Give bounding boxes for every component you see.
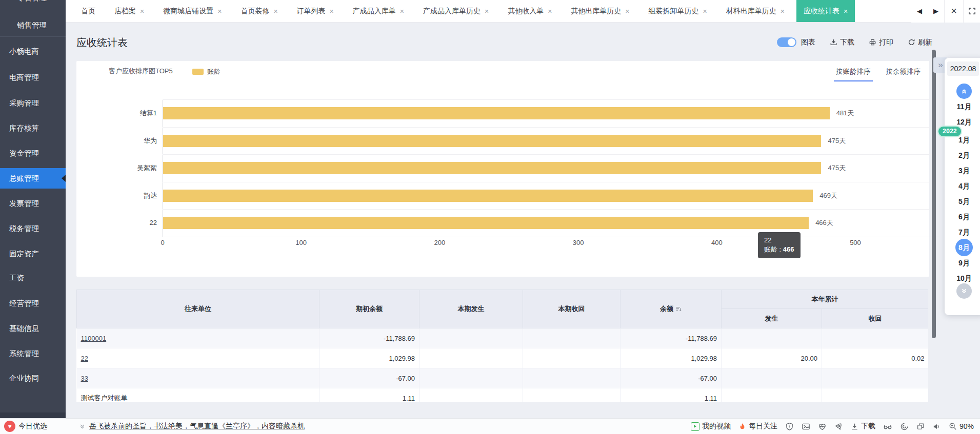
windows-restore-icon[interactable]: [916, 422, 925, 430]
tab-6[interactable]: 产成品入库单×: [346, 0, 411, 22]
speaker-icon[interactable]: [932, 422, 941, 431]
tab-12[interactable]: 应收统计表×: [796, 0, 855, 22]
x-axis-tick: 300: [563, 239, 594, 246]
tab-close-icon[interactable]: ×: [217, 7, 222, 15]
partner-link[interactable]: 1100001: [81, 335, 107, 342]
tab-4[interactable]: 首页装修×: [233, 0, 285, 22]
col-header-year-recovered: 收回: [822, 309, 929, 328]
tab-scroll-left-icon[interactable]: ◀: [911, 0, 928, 23]
tray-download-button[interactable]: 下载: [851, 422, 875, 431]
print-button[interactable]: 打印: [869, 38, 893, 47]
sidebar-item-14[interactable]: 系统管理: [0, 343, 66, 364]
sidebar-item-partial[interactable]: 零售管理: [0, 0, 66, 8]
partner-link[interactable]: 22: [81, 355, 88, 362]
sidebar-item-15[interactable]: 企业协同: [0, 368, 66, 388]
month-item-2月[interactable]: 2月: [945, 148, 980, 163]
months-scroll-up-icon[interactable]: [956, 84, 972, 99]
partner-link[interactable]: 33: [81, 375, 88, 382]
chevron-double-down-icon[interactable]: [79, 423, 86, 430]
sidebar-item-7[interactable]: 总账管理: [0, 168, 66, 189]
shield-icon[interactable]: [785, 422, 794, 431]
close-all-tabs-icon[interactable]: ×: [944, 0, 963, 23]
news-headline-link[interactable]: 岳飞被杀前的圣旨，书法绝美，气息直逼《兰亭序》，内容暗藏杀机: [89, 422, 305, 431]
tab-close-icon[interactable]: ×: [400, 7, 404, 15]
sidebar-item-9[interactable]: 税务管理: [0, 218, 66, 239]
month-item-3月[interactable]: 3月: [945, 163, 980, 178]
tab-close-icon[interactable]: ×: [703, 7, 707, 15]
months-scroll-down-icon[interactable]: [956, 283, 972, 299]
col-header-incurred: 本期发生: [419, 290, 523, 328]
chart-toggle[interactable]: [777, 37, 796, 47]
month-item-11月[interactable]: 11月: [945, 99, 980, 114]
fullscreen-icon[interactable]: [963, 0, 980, 23]
tab-close-icon[interactable]: ×: [485, 7, 489, 15]
tab-7[interactable]: 产成品入库单历史×: [416, 0, 496, 22]
tab-1[interactable]: 首页: [74, 0, 103, 22]
chart-title: 客户应收排序图TOP5: [109, 67, 173, 76]
vertical-scrollbar[interactable]: [932, 50, 936, 338]
sort-by-age-tab[interactable]: 按账龄排序: [834, 65, 873, 81]
sidebar-item-1[interactable]: 销售管理: [0, 15, 66, 35]
bar-韵达[interactable]: [163, 190, 813, 202]
month-item-7月[interactable]: 7月: [945, 224, 980, 240]
month-item-6月[interactable]: 6月: [945, 209, 980, 224]
sort-by-balance-tab[interactable]: 按余额排序: [884, 65, 923, 81]
month-item-8月[interactable]: 8月: [955, 239, 973, 256]
col-header-recovered: 本期收回: [523, 290, 621, 328]
sidebar-item-8[interactable]: 发票管理: [0, 193, 66, 214]
sort-icon[interactable]: [675, 306, 682, 312]
screenshot-icon[interactable]: [802, 422, 810, 431]
sidebar-item-5[interactable]: 库存核算: [0, 118, 66, 138]
tab-close-icon[interactable]: ×: [625, 7, 629, 15]
sidebar-item-13[interactable]: 基础信息: [0, 318, 66, 339]
cell: [822, 368, 929, 388]
category-label: 22: [95, 218, 157, 228]
month-item-4月[interactable]: 4月: [945, 178, 980, 194]
glasses-icon[interactable]: [883, 422, 892, 431]
chart-legend[interactable]: 账龄: [192, 67, 221, 76]
tab-close-icon[interactable]: ×: [140, 7, 144, 15]
tab-10[interactable]: 组装拆卸单历史×: [642, 0, 714, 22]
cell: -11,788.69: [621, 328, 722, 348]
tab-3[interactable]: 微商城店铺设置×: [156, 0, 229, 22]
tab-close-icon[interactable]: ×: [844, 7, 848, 15]
sidebar-item-11[interactable]: 工资: [0, 267, 66, 288]
tab-2[interactable]: 店档案×: [107, 0, 151, 22]
tab-close-icon[interactable]: ×: [548, 7, 552, 15]
tab-close-icon[interactable]: ×: [273, 7, 277, 15]
chart-card: 客户应收排序图TOP5 账龄 按账龄排序 按余额排序 22 账龄 : 466 结…: [76, 61, 929, 277]
sidebar-item-3[interactable]: 电商管理: [0, 67, 66, 88]
zoom-level-control[interactable]: 90%: [949, 422, 974, 430]
speed-ball-icon[interactable]: [900, 422, 909, 431]
sidebar-item-10[interactable]: 固定资产: [0, 243, 66, 264]
bar-结算1[interactable]: [163, 107, 830, 119]
download-button[interactable]: 下载: [830, 38, 854, 47]
tab-scroll-right-icon[interactable]: ▶: [928, 0, 944, 23]
month-item-5月[interactable]: 5月: [945, 194, 980, 209]
sidebar-item-2[interactable]: 小畅电商: [0, 41, 66, 61]
health-heart-icon[interactable]: [818, 422, 827, 431]
taskbar-app-today-picks[interactable]: ♥ 今日优选: [4, 421, 47, 432]
tab-9[interactable]: 其他出库单历史×: [564, 0, 636, 22]
cell: -67.00: [621, 368, 722, 388]
month-item-9月[interactable]: 9月: [945, 255, 980, 271]
refresh-button[interactable]: 刷新: [908, 38, 932, 47]
sidebar-item-6[interactable]: 资金管理: [0, 143, 66, 163]
my-videos-button[interactable]: 我的视频: [691, 422, 731, 431]
tab-11[interactable]: 材料出库单历史×: [719, 0, 792, 22]
page-actions: 图表 下载 打印 刷新: [777, 37, 932, 47]
bar-22[interactable]: [163, 217, 809, 229]
band-split-line: [163, 154, 939, 155]
band-split-line: [163, 209, 939, 210]
sidebar-item-4[interactable]: 采购管理: [0, 93, 66, 113]
tab-5[interactable]: 订单列表×: [290, 0, 341, 22]
daily-follow-button[interactable]: 每日关注: [738, 422, 777, 431]
sidebar-item-12[interactable]: 经营管理: [0, 293, 66, 314]
heart-icon: ♥: [4, 421, 15, 432]
tab-8[interactable]: 其他收入单×: [501, 0, 559, 22]
rocket-icon[interactable]: [834, 422, 843, 431]
tab-close-icon[interactable]: ×: [330, 7, 334, 15]
bar-吴絮絮[interactable]: [163, 162, 821, 174]
bar-华为[interactable]: [163, 135, 821, 147]
tab-close-icon[interactable]: ×: [781, 7, 785, 15]
